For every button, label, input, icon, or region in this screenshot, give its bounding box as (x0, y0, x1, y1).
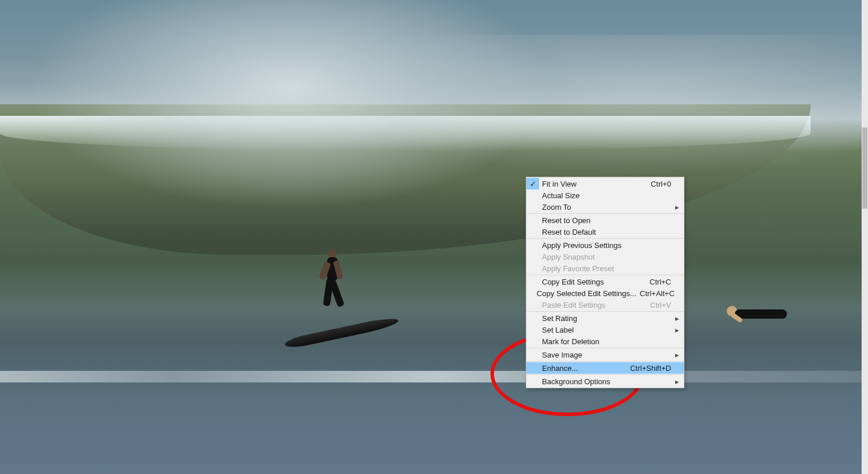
menu-item-set-label[interactable]: Set Label▸ (526, 324, 684, 336)
menu-item-label: Set Label (539, 326, 671, 334)
menu-item-copy-selected-edit-settings[interactable]: Copy Selected Edit Settings...Ctrl+Alt+C (526, 287, 684, 299)
menu-item-save-image[interactable]: Save Image▸ (526, 349, 684, 360)
menu-separator (527, 275, 683, 275)
menu-item-apply-favorite-preset: Apply Favorite Preset (526, 262, 684, 274)
menu-separator (527, 348, 683, 348)
wave-crest (0, 116, 811, 151)
submenu-arrow-icon: ▸ (671, 314, 679, 323)
menu-item-label: Reset to Default (539, 228, 671, 236)
menu-item-reset-to-default[interactable]: Reset to Default (526, 226, 684, 238)
menu-separator (527, 311, 683, 312)
menu-item-label: Set Rating (539, 314, 671, 323)
menu-item-shortcut: Ctrl+V (647, 301, 671, 309)
menu-item-paste-edit-settings: Paste Edit SettingsCtrl+V (526, 299, 684, 311)
menu-separator (527, 238, 683, 239)
menu-item-apply-previous-settings[interactable]: Apply Previous Settings (526, 239, 684, 251)
menu-item-fit-in-view[interactable]: ✓Fit in ViewCtrl+0 (526, 178, 684, 189)
scrollbar-thumb[interactable] (862, 127, 867, 209)
menu-separator (527, 361, 683, 362)
menu-item-label: Actual Size (539, 191, 671, 200)
menu-item-label: Mark for Deletion (539, 337, 671, 346)
menu-item-copy-edit-settings[interactable]: Copy Edit SettingsCtrl+C (526, 276, 684, 287)
vertical-scrollbar[interactable] (862, 0, 868, 474)
menu-item-shortcut: Ctrl+0 (647, 180, 671, 188)
menu-item-label: Apply Snapshot (539, 253, 671, 261)
menu-item-enhance[interactable]: Enhance...Ctrl+Shift+D (526, 362, 684, 374)
menu-item-label: Background Options (539, 377, 671, 386)
menu-item-shortcut: Ctrl+Shift+D (627, 364, 671, 373)
submenu-arrow-icon: ▸ (671, 351, 679, 359)
menu-item-apply-snapshot: Apply Snapshot (526, 251, 684, 262)
menu-item-set-rating[interactable]: Set Rating▸ (526, 312, 684, 324)
menu-item-zoom-to[interactable]: Zoom To▸ (526, 201, 684, 213)
menu-item-reset-to-open[interactable]: Reset to Open (526, 214, 684, 226)
surfer (321, 249, 342, 324)
menu-item-label: Apply Favorite Preset (539, 264, 671, 273)
menu-separator (527, 213, 683, 214)
menu-item-background-options[interactable]: Background Options▸ (526, 375, 684, 387)
menu-separator (527, 374, 683, 375)
context-menu[interactable]: ✓Fit in ViewCtrl+0Actual SizeZoom To▸Res… (526, 177, 684, 388)
menu-item-actual-size[interactable]: Actual Size (526, 189, 684, 201)
menu-item-label: Zoom To (539, 203, 671, 212)
paddling-surfer (727, 306, 790, 327)
menu-item-mark-for-deletion[interactable]: Mark for Deletion (526, 336, 684, 347)
background-image (0, 0, 868, 474)
menu-item-label: Copy Selected Edit Settings... (534, 289, 636, 298)
menu-item-label: Apply Previous Settings (539, 241, 671, 250)
menu-item-label: Fit in View (539, 180, 647, 188)
submenu-arrow-icon: ▸ (671, 203, 679, 212)
submenu-arrow-icon: ▸ (671, 326, 679, 334)
submenu-arrow-icon: ▸ (671, 377, 679, 386)
menu-item-label: Enhance... (539, 364, 627, 373)
menu-item-label: Copy Edit Settings (539, 278, 646, 286)
menu-item-label: Reset to Open (539, 216, 671, 225)
menu-item-shortcut: Ctrl+C (646, 278, 671, 286)
check-icon: ✓ (526, 178, 539, 189)
menu-item-shortcut: Ctrl+Alt+C (636, 289, 675, 298)
menu-item-label: Paste Edit Settings (539, 301, 647, 309)
menu-item-label: Save Image (539, 351, 671, 359)
foam-line (0, 371, 868, 382)
